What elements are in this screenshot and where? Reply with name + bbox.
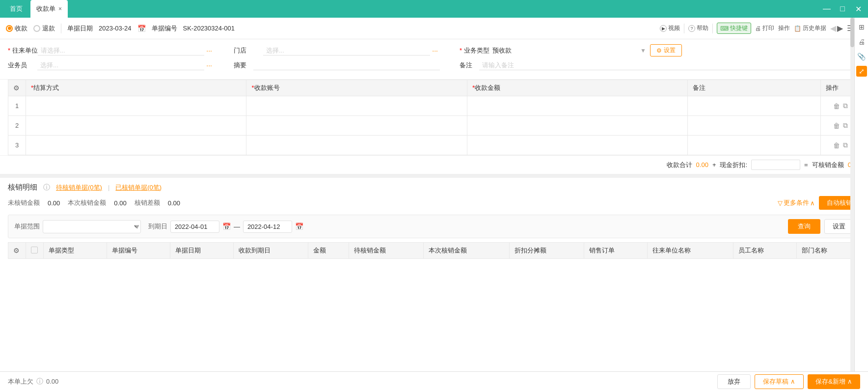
operation-button[interactable]: 操作 — [778, 24, 790, 32]
history-icon: 📋 — [794, 25, 801, 32]
shop-input[interactable] — [263, 46, 430, 56]
verify-pending-col: 待核销金额 — [349, 243, 424, 259]
verify-table: ⚙ 单据类型 单据编号 单据日期 收款到期日 金额 待核销金额 本次核销金额 折… — [8, 242, 860, 259]
pending-tab[interactable]: 待核销单据(0笔) — [56, 183, 102, 192]
amount-3[interactable] — [467, 136, 687, 155]
tab-bar-right: — □ ✕ — [821, 3, 864, 15]
nav-arrows: ◀ ▶ — [830, 24, 843, 33]
payment-method-2[interactable] — [26, 116, 246, 136]
verify-settings-col: ⚙ — [8, 243, 26, 259]
amount-2[interactable] — [467, 116, 687, 136]
query-button[interactable]: 查询 — [788, 219, 820, 234]
copy-row-3-button[interactable]: ⧉ — [843, 141, 848, 149]
copy-row-1-button[interactable]: ⧉ — [843, 102, 848, 110]
verify-stats-right: ▽ 更多条件 ∧ 自动核销 — [778, 196, 860, 210]
range-filter-field: 单据范围 ▼ — [14, 220, 140, 233]
verify-info-icon[interactable]: ⓘ — [43, 183, 50, 192]
main-content: 往来单位 ··· 门店 ··· 业务类型 预收款 ▼ ⚙ 设置 — [0, 39, 868, 371]
receipt-table-section: ⚙ *结算方式 *收款账号 *收款金额 备注 操作 1 — [0, 80, 868, 155]
current-verify-label: 本次核销金额 — [68, 198, 106, 207]
salesman-input[interactable] — [37, 60, 204, 70]
scrollbar-thumb[interactable] — [850, 18, 854, 47]
verify-settings-button[interactable]: 设置 — [824, 219, 854, 234]
more-conditions-button[interactable]: ▽ 更多条件 ∧ — [778, 198, 815, 207]
verify-section: 核销明细 ⓘ 待核销单据(0笔) | 已核销单据(0笔) 未核销金额 0.00 … — [0, 178, 868, 264]
sidebar-table-icon[interactable]: ⊞ — [856, 22, 867, 32]
remark-2[interactable] — [688, 116, 821, 136]
delete-row-2-button[interactable]: 🗑 — [833, 122, 840, 130]
payment-method-3[interactable] — [26, 136, 246, 155]
done-tab[interactable]: 已核销单据(0笔) — [115, 183, 162, 192]
shop-field: 门店 ··· — [234, 46, 440, 56]
row-num-3: 3 — [8, 136, 26, 155]
delete-row-3-button[interactable]: 🗑 — [833, 141, 840, 149]
verify-table-settings-icon[interactable]: ⚙ — [13, 247, 20, 254]
prev-button[interactable]: ◀ — [830, 24, 836, 33]
due-date-filter-field: 到期日 📅 — 📅 — [148, 221, 303, 233]
keyboard-icon: ⌨ — [720, 25, 729, 32]
amount-1[interactable] — [467, 96, 687, 116]
print-button[interactable]: 🖨 打印 — [755, 24, 774, 32]
copy-row-2-button[interactable]: ⧉ — [843, 121, 848, 130]
date-end-input[interactable] — [243, 221, 292, 233]
tab-close-icon[interactable]: × — [58, 5, 62, 12]
verify-checkbox-col — [26, 243, 44, 259]
account-2[interactable] — [246, 116, 467, 136]
receipt-radio[interactable]: 收款 — [6, 24, 27, 33]
refund-radio-label: 退款 — [42, 24, 55, 33]
sidebar-attachment-icon[interactable]: 📎 — [856, 51, 867, 62]
settings-col-header: ⚙ — [8, 80, 26, 96]
maximize-button[interactable]: □ — [837, 3, 848, 15]
range-filter-select[interactable] — [43, 220, 141, 233]
diff-value: 0.00 — [168, 199, 180, 207]
discount-label: 现金折扣: — [720, 161, 747, 169]
help-button[interactable]: ? 帮助 — [688, 24, 708, 32]
calendar-end-icon[interactable]: 📅 — [295, 223, 303, 230]
video-button[interactable]: ▶ 视频 — [660, 24, 680, 32]
help-icon: ? — [688, 25, 695, 32]
form-row-2: 业务员 ··· 摘要 备注 — [8, 60, 860, 70]
delete-row-1-button[interactable]: 🗑 — [833, 102, 840, 110]
close-button[interactable]: ✕ — [852, 3, 864, 15]
remark-header: 备注 — [688, 80, 821, 96]
counterpart-more-button[interactable]: ··· — [204, 47, 214, 55]
form-settings-button[interactable]: ⚙ 设置 — [650, 44, 682, 56]
sidebar-expand-icon[interactable]: ⤢ — [856, 66, 867, 77]
account-3[interactable] — [246, 136, 467, 155]
payment-method-1[interactable] — [26, 96, 246, 116]
table-header-row: ⚙ *结算方式 *收款账号 *收款金额 备注 操作 — [8, 80, 860, 96]
calendar-start-icon[interactable]: 📅 — [222, 223, 231, 230]
select-all-checkbox[interactable] — [31, 247, 38, 253]
tab-home[interactable]: 首页 — [4, 0, 28, 18]
remark-1[interactable] — [688, 96, 821, 116]
next-button[interactable]: ▶ — [837, 24, 843, 33]
shortcut-button[interactable]: ⌨ 快捷键 — [717, 23, 751, 34]
counterpart-input[interactable] — [38, 46, 205, 56]
receipt-radio-label: 收款 — [15, 24, 27, 33]
calendar-icon[interactable]: 📅 — [137, 25, 146, 32]
form-row-1: 往来单位 ··· 门店 ··· 业务类型 预收款 ▼ ⚙ 设置 — [8, 44, 860, 56]
history-button[interactable]: 📋 历史单据 — [794, 24, 826, 32]
table-settings-icon[interactable]: ⚙ — [13, 84, 20, 92]
date-start-input[interactable] — [170, 221, 219, 233]
summary-input[interactable] — [253, 60, 440, 70]
salesman-more-button[interactable]: ··· — [204, 61, 214, 69]
account-1[interactable] — [246, 96, 467, 116]
refund-radio[interactable]: 退款 — [33, 24, 55, 33]
minimize-button[interactable]: — — [821, 3, 833, 15]
verify-title: 核销明细 — [8, 183, 37, 192]
divider-3 — [712, 24, 713, 33]
remark-3[interactable] — [688, 136, 821, 155]
chevron-up-icon: ∧ — [810, 199, 815, 207]
scrollbar[interactable] — [850, 18, 854, 371]
tab-receipt[interactable]: 收款单 × — [30, 0, 68, 18]
sidebar-print-icon[interactable]: 🖨 — [856, 36, 867, 47]
shop-more-button[interactable]: ··· — [430, 47, 440, 55]
table-row: 1 🗑 ⧉ — [8, 96, 860, 116]
business-type-chevron[interactable]: ▼ — [640, 47, 646, 54]
discount-input[interactable] — [751, 160, 800, 170]
available-label: 可核销金额 — [812, 161, 844, 169]
remark-input[interactable] — [479, 60, 860, 70]
payment-method-header: *结算方式 — [26, 80, 246, 96]
date-label: 单据日期 — [67, 24, 93, 33]
